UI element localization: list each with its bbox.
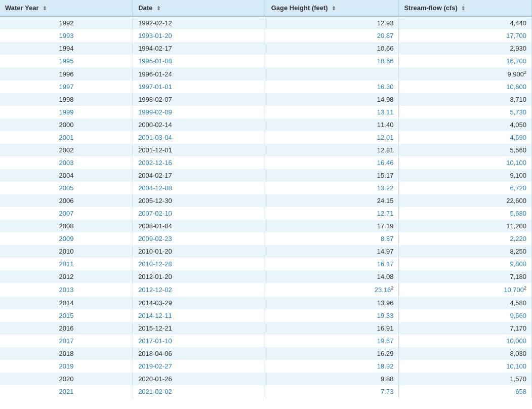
cell-date[interactable]: 2001-03-04 [133,131,266,144]
water-year-link[interactable]: 2021 [59,388,74,395]
cell-water-year[interactable]: 1993 [0,29,133,42]
cell-date: 2015-12-21 [133,322,266,335]
water-year-link[interactable]: 2019 [59,362,74,370]
cell-streamflow: 4,440 [399,16,532,29]
cell-date[interactable]: 1993-01-20 [133,29,266,42]
table-row: 19991999-02-0913.115,730 [0,106,532,118]
date-link[interactable]: 2014-12-11 [138,312,172,319]
water-year-link[interactable]: 1999 [59,108,74,116]
cell-date: 2012-01-20 [133,270,266,283]
water-year-link[interactable]: 2009 [59,235,74,242]
cell-gage-height: 16.91 [266,322,399,335]
cell-streamflow: 10,100 [399,156,532,169]
cell-gage-height: 13.11 [266,106,399,118]
column-header-water-year[interactable]: Water Year ⇕ [0,0,133,16]
water-year-link[interactable]: 2013 [59,286,74,294]
cell-water-year[interactable]: 2001 [0,131,133,144]
cell-water-year[interactable]: 1995 [0,55,133,67]
water-year-link[interactable]: 1995 [59,57,74,65]
cell-water-year: 1994 [0,42,133,55]
table-row: 20112010-12-2816.179,800 [0,258,532,270]
cell-date[interactable]: 1997-01-01 [133,80,266,93]
table-row: 20072007-02-1012.715,680 [0,207,532,220]
cell-water-year[interactable]: 2019 [0,360,133,373]
cell-date[interactable]: 2004-12-08 [133,182,266,194]
cell-gage-height: 14.97 [266,245,399,258]
date-link[interactable]: 1995-01-08 [138,57,172,65]
date-link[interactable]: 2004-12-08 [138,184,172,192]
cell-date[interactable]: 2007-02-10 [133,207,266,220]
table-row: 19981998-02-0714.988,710 [0,93,532,106]
water-year-link[interactable]: 2001 [59,134,74,141]
date-link[interactable]: 1997-01-01 [138,83,172,91]
cell-water-year[interactable]: 1997 [0,80,133,93]
cell-water-year[interactable]: 2013 [0,283,133,296]
table-row: 19951995-01-0818.6616,700 [0,55,532,67]
cell-water-year[interactable]: 2003 [0,156,133,169]
cell-date[interactable]: 2021-02-02 [133,385,266,398]
column-header-date[interactable]: Date ⇕ [133,0,266,16]
cell-date[interactable]: 1995-01-08 [133,55,266,67]
cell-gage-height: 9.88 [266,373,399,385]
cell-date[interactable]: 2010-12-28 [133,258,266,270]
cell-water-year[interactable]: 1999 [0,106,133,118]
cell-date[interactable]: 2002-12-16 [133,156,266,169]
water-year-link[interactable]: 2007 [59,210,74,217]
column-header-streamflow[interactable]: Stream-flow (cfs) ⇕ [399,0,532,16]
water-year-link[interactable]: 1997 [59,83,74,91]
date-link[interactable]: 2001-03-04 [138,134,172,141]
date-link[interactable]: 2010-12-28 [138,260,172,268]
column-header-gage-height[interactable]: Gage Height (feet) ⇕ [266,0,399,16]
cell-date: 1998-02-07 [133,93,266,106]
date-link[interactable]: 2009-02-23 [138,235,172,242]
cell-streamflow: 1,570 [399,373,532,385]
table-row: 20152014-12-1119.339,660 [0,309,532,322]
cell-streamflow: 4,050 [399,118,532,131]
cell-date[interactable]: 2017-01-10 [133,335,266,347]
table-row: 20032002-12-1616.4610,100 [0,156,532,169]
cell-water-year[interactable]: 2021 [0,385,133,398]
cell-date[interactable]: 2019-02-27 [133,360,266,373]
cell-water-year[interactable]: 2009 [0,232,133,245]
cell-water-year[interactable]: 2011 [0,258,133,270]
cell-date: 2000-02-14 [133,118,266,131]
cell-streamflow: 17,700 [399,29,532,42]
sort-icon-date: ⇕ [156,6,160,11]
date-link[interactable]: 2002-12-16 [138,159,172,167]
table-row: 20012001-03-0412.014,690 [0,131,532,144]
cell-streamflow: 658 [399,385,532,398]
table-row: 19931993-01-2020.8717,700 [0,29,532,42]
cell-water-year[interactable]: 2007 [0,207,133,220]
table-row: 20022001-12-0112.815,560 [0,144,532,156]
cell-date[interactable]: 2009-02-23 [133,232,266,245]
date-link[interactable]: 2012-12-02 [138,286,172,294]
cell-date[interactable]: 1999-02-09 [133,106,266,118]
cell-water-year: 2018 [0,347,133,360]
cell-streamflow: 8,030 [399,347,532,360]
date-link[interactable]: 2019-02-27 [138,362,172,370]
water-year-link[interactable]: 2017 [59,337,74,345]
cell-gage-height: 14.98 [266,93,399,106]
date-link[interactable]: 1999-02-09 [138,108,172,116]
cell-water-year: 1996 [0,67,133,80]
cell-streamflow: 16,700 [399,55,532,67]
water-year-link[interactable]: 2015 [59,312,74,319]
date-link[interactable]: 2007-02-10 [138,210,172,217]
cell-date[interactable]: 2012-12-02 [133,283,266,296]
date-link[interactable]: 2017-01-10 [138,337,172,345]
cell-gage-height: 12.71 [266,207,399,220]
water-year-link[interactable]: 2005 [59,184,74,192]
cell-water-year: 2004 [0,169,133,182]
cell-gage-height: 12.01 [266,131,399,144]
cell-date: 2018-04-06 [133,347,266,360]
water-year-link[interactable]: 2011 [59,260,74,268]
cell-water-year[interactable]: 2017 [0,335,133,347]
cell-water-year[interactable]: 2015 [0,309,133,322]
cell-water-year[interactable]: 2005 [0,182,133,194]
date-link[interactable]: 2021-02-02 [138,388,172,395]
cell-date[interactable]: 2014-12-11 [133,309,266,322]
table-row: 20142014-03-2913.964,580 [0,297,532,309]
date-link[interactable]: 1993-01-20 [138,32,172,39]
water-year-link[interactable]: 1993 [59,32,74,39]
water-year-link[interactable]: 2003 [59,159,74,167]
